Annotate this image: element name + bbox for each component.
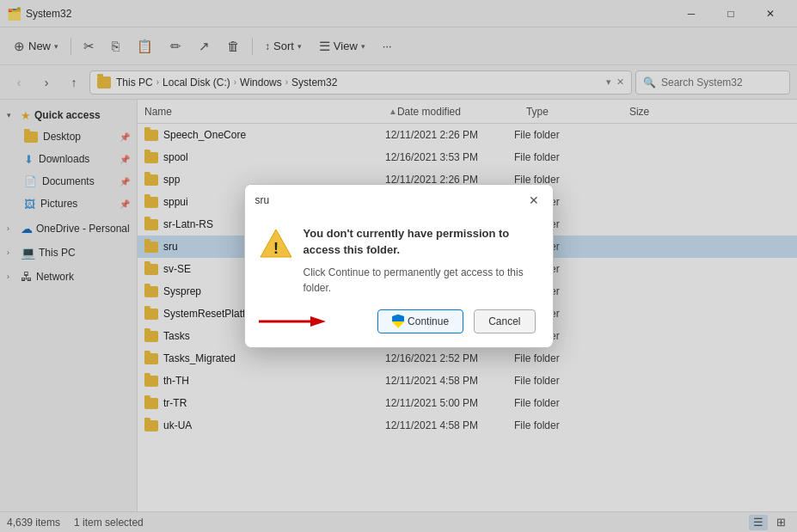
continue-label: Continue bbox=[408, 315, 449, 327]
dialog-close-button[interactable]: ✕ bbox=[525, 192, 543, 209]
dialog-title: sru bbox=[255, 194, 525, 206]
dialog-titlebar: sru ✕ bbox=[245, 185, 553, 216]
svg-text:!: ! bbox=[273, 240, 279, 257]
warning-icon: ! bbox=[259, 226, 293, 260]
dialog-arrow bbox=[259, 315, 328, 328]
dialog-sub-text: Click Continue to permanently get access… bbox=[303, 265, 536, 296]
dialog-main-text: You don't currently have permission to a… bbox=[303, 226, 536, 257]
continue-button[interactable]: Continue bbox=[377, 309, 463, 333]
shield-icon bbox=[392, 315, 404, 328]
dialog-body: ! You don't currently have permission to… bbox=[245, 216, 553, 346]
svg-marker-3 bbox=[310, 316, 326, 327]
dialog-button-row: Continue Cancel bbox=[259, 309, 536, 333]
dialog-warning-row: ! You don't currently have permission to… bbox=[259, 226, 536, 295]
dialog-text-block: You don't currently have permission to a… bbox=[303, 226, 536, 295]
cancel-button[interactable]: Cancel bbox=[474, 309, 535, 333]
dialog-overlay: sru ✕ ! You don't currently have permiss… bbox=[0, 0, 797, 532]
cancel-label: Cancel bbox=[488, 315, 520, 327]
permission-dialog: sru ✕ ! You don't currently have permiss… bbox=[244, 184, 554, 347]
